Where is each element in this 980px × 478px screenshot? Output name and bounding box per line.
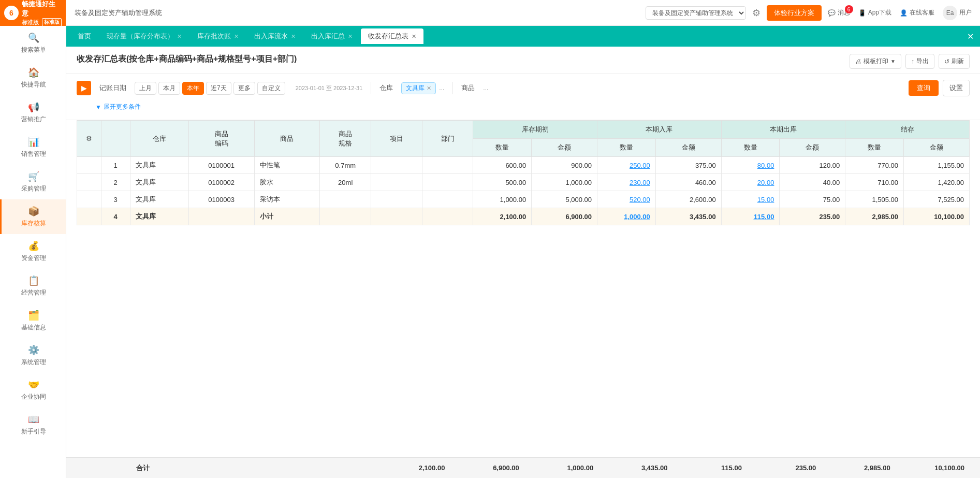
tab-close-icon[interactable]: ✕ <box>234 33 239 40</box>
total-close-amt: 10,100.00 <box>896 464 970 472</box>
row-out-qty[interactable]: 15.00 <box>721 191 780 208</box>
experience-button[interactable]: 体验行业方案 <box>767 5 822 21</box>
goods-more[interactable]: ... <box>483 84 488 92</box>
date-btn-this-month[interactable]: 本月 <box>158 82 180 95</box>
date-btn-7days[interactable]: 近7天 <box>206 82 231 95</box>
tab-inout-flow[interactable]: 出入库流水 ✕ <box>247 28 303 44</box>
opening-header: 库存期初 <box>473 121 597 139</box>
row-spec: 0.7mm <box>320 157 371 174</box>
row-project <box>371 157 422 174</box>
total-open-amt: 6,900.00 <box>450 464 524 472</box>
date-btn-custom[interactable]: 自定义 <box>257 82 285 95</box>
message-button[interactable]: 💬 消息 6 <box>828 8 850 17</box>
table-container: ⚙ 仓库 商品编码 商品 商品规格 项目 部门 库存期初 本期入库 本期出库 结… <box>66 120 980 457</box>
subtotal-out-qty[interactable]: 115.00 <box>721 208 780 225</box>
row-spec: 20ml <box>320 174 371 191</box>
row-out-amt: 120.00 <box>780 157 845 174</box>
sidebar-item-basic[interactable]: 🗂️ 基础信息 <box>0 303 66 338</box>
sidebar-item-search[interactable]: 🔍 搜索菜单 <box>0 26 66 61</box>
tab-close-icon[interactable]: ✕ <box>412 33 416 40</box>
tab-inventory-batch[interactable]: 库存批次账 ✕ <box>190 28 246 44</box>
close-all-tabs-icon[interactable]: ✕ <box>965 30 976 44</box>
row-out-amt: 40.00 <box>780 174 845 191</box>
sidebar-item-purchase[interactable]: 🛒 采购管理 <box>0 165 66 199</box>
date-btn-more[interactable]: 更多 <box>233 82 255 95</box>
table-settings-header[interactable]: ⚙ <box>77 121 101 157</box>
row-in-qty[interactable]: 230.00 <box>597 174 656 191</box>
warehouse-tag-close-icon[interactable]: ✕ <box>427 85 431 92</box>
export-button[interactable]: ↑ 导出 <box>905 54 934 69</box>
row-open-qty: 600.00 <box>473 157 532 174</box>
print-icon: 🖨 <box>855 58 861 65</box>
tab-receive-summary[interactable]: 收发存汇总表 ✕ <box>361 28 423 44</box>
sidebar-item-system[interactable]: ⚙️ 系统管理 <box>0 338 66 373</box>
subtotal-close-qty: 2,985.00 <box>845 208 904 225</box>
out-header: 本期出库 <box>721 121 845 139</box>
sidebar-item-quicknav[interactable]: 🏠 快捷导航 <box>0 61 66 95</box>
tab-close-icon[interactable]: ✕ <box>291 33 296 40</box>
inventory-icon: 📦 <box>28 206 39 217</box>
subtotal-warehouse: 文具库 <box>130 208 188 225</box>
chevron-down-icon: ▼ <box>890 59 896 64</box>
row-close-amt: 1,420.00 <box>904 174 970 191</box>
system-icon: ⚙️ <box>28 344 39 356</box>
subtotal-code <box>188 208 254 225</box>
row-dept <box>422 157 473 174</box>
date-btn-this-year[interactable]: 本年 <box>182 82 204 95</box>
tab-bar: 首页 现存量（库存分布表） ✕ 库存批次账 ✕ 出入库流水 ✕ 出入库汇总 ✕ … <box>66 26 980 47</box>
row-close-amt: 7,525.00 <box>904 191 970 208</box>
subtotal-in-qty[interactable]: 1,000.00 <box>597 208 656 225</box>
row-out-qty[interactable]: 80.00 <box>721 157 780 174</box>
online-service-button[interactable]: 👤 在线客服 <box>900 8 934 17</box>
print-button[interactable]: 🖨 模板打印 ▼ <box>850 54 901 69</box>
sidebar-item-label: 资金管理 <box>21 254 46 263</box>
settings-icon[interactable]: ⚙ <box>752 7 760 19</box>
system-selector[interactable]: 装备及固定资产辅助管理系统 <box>646 6 746 20</box>
warehouse-tag[interactable]: 文具库 ✕ <box>401 82 436 94</box>
search-icon: 🔍 <box>28 32 39 44</box>
filter-divider-2 <box>452 82 453 94</box>
filter-expand-button[interactable]: ▶ <box>77 81 91 95</box>
total-bar: 合计 2,100.00 6,900.00 1,000.00 3,435.00 1… <box>66 457 980 478</box>
refresh-icon: ↺ <box>944 58 949 65</box>
main-area: 装备及固定资产辅助管理系统 装备及固定资产辅助管理系统 ⚙ 体验行业方案 💬 消… <box>66 0 980 478</box>
row-in-qty[interactable]: 250.00 <box>597 157 656 174</box>
sidebar-item-label: 新手引导 <box>21 427 46 436</box>
sidebar-item-inventory[interactable]: 📦 库存核算 <box>0 199 66 234</box>
sidebar-item-label: 搜索菜单 <box>21 46 46 54</box>
sidebar-item-label: 销售管理 <box>21 150 46 158</box>
sidebar-item-guide[interactable]: 📖 新手引导 <box>0 408 66 442</box>
row-settings <box>77 191 101 208</box>
tab-inventory-dist[interactable]: 现存量（库存分布表） ✕ <box>99 28 189 44</box>
sidebar-item-operations[interactable]: 📋 经营管理 <box>0 269 66 303</box>
refresh-button[interactable]: ↺ 刷新 <box>939 54 970 69</box>
row-in-qty[interactable]: 520.00 <box>597 191 656 208</box>
subtotal-settings <box>77 208 101 225</box>
row-out-qty[interactable]: 20.00 <box>721 174 780 191</box>
total-in-amt: 3,435.00 <box>598 464 672 472</box>
filter-row-1: ▶ 记账日期 上月 本月 本年 近7天 更多 自定义 2023-01-01 至 … <box>77 80 970 96</box>
tab-home[interactable]: 首页 <box>70 28 98 44</box>
row-name: 采访本 <box>254 191 320 208</box>
tab-inout-summary[interactable]: 出入库汇总 ✕ <box>304 28 360 44</box>
warehouse-more[interactable]: ... <box>439 84 444 92</box>
query-button[interactable]: 查询 <box>909 80 939 96</box>
tab-close-icon[interactable]: ✕ <box>177 33 182 40</box>
user-button[interactable]: Ea 用户 <box>943 6 972 20</box>
row-in-amt: 460.00 <box>655 174 721 191</box>
sidebar-item-sales[interactable]: 📊 销售管理 <box>0 130 66 165</box>
out-amt-header: 金额 <box>780 139 845 157</box>
sidebar-item-label: 库存核算 <box>21 219 46 228</box>
settings-button[interactable]: 设置 <box>943 80 970 96</box>
sidebar-item-finance[interactable]: 💰 资金管理 <box>0 234 66 269</box>
expand-conditions-button[interactable]: ▼ 展开更多条件 <box>95 100 141 113</box>
subtotal-spec <box>320 208 371 225</box>
tab-close-icon[interactable]: ✕ <box>348 33 353 40</box>
chevron-down-icon: ▼ <box>95 104 101 111</box>
home-icon: 🏠 <box>28 67 39 78</box>
sidebar-item-enterprise[interactable]: 🤝 企业协同 <box>0 373 66 408</box>
sidebar-item-marketing[interactable]: 📢 营销推广 <box>0 95 66 130</box>
closing-header: 结存 <box>845 121 970 139</box>
app-download-button[interactable]: 📱 App下载 <box>858 8 891 17</box>
date-btn-last-month[interactable]: 上月 <box>135 82 156 95</box>
